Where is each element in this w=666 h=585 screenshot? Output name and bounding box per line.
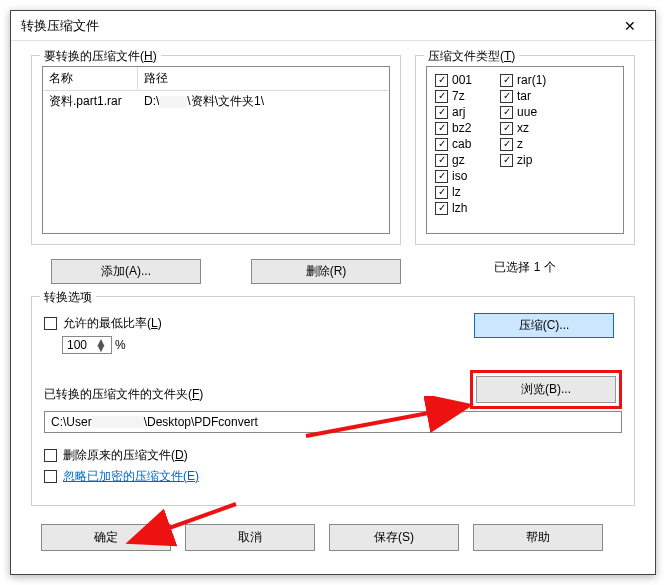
cancel-button[interactable]: 取消 — [185, 524, 315, 551]
titlebar: 转换压缩文件 ✕ — [11, 11, 655, 41]
close-icon[interactable]: ✕ — [615, 18, 645, 34]
checkbox-icon[interactable]: ✓ — [435, 202, 448, 215]
type-label: z — [517, 137, 523, 151]
options-label: 转换选项 — [40, 289, 96, 306]
type-checkbox-lz[interactable]: ✓lz — [435, 185, 472, 199]
delete-original-label: 删除原来的压缩文件(D) — [63, 447, 188, 464]
type-checkbox-uue[interactable]: ✓uue — [500, 105, 546, 119]
type-checkbox-7z[interactable]: ✓7z — [435, 89, 472, 103]
type-label: rar(1) — [517, 73, 546, 87]
save-button[interactable]: 保存(S) — [329, 524, 459, 551]
checkbox-icon[interactable]: ✓ — [435, 106, 448, 119]
type-label: bz2 — [452, 121, 471, 135]
types-fieldset: 压缩文件类型(T) ✓001✓7z✓arj✓bz2✓cab✓gz✓iso✓lz✓… — [415, 55, 635, 245]
browse-highlight: 浏览(B)... — [470, 370, 622, 409]
type-checkbox-z[interactable]: ✓z — [500, 137, 546, 151]
type-label: lz — [452, 185, 461, 199]
compress-button[interactable]: 压缩(C)... — [474, 313, 614, 338]
file-list[interactable]: 名称 路径 资料.part1.rar D:\\资料\文件夹1\ — [42, 66, 390, 234]
type-label: uue — [517, 105, 537, 119]
add-button[interactable]: 添加(A)... — [51, 259, 201, 284]
help-button[interactable]: 帮助 — [473, 524, 603, 551]
checkbox-icon[interactable]: ✓ — [435, 74, 448, 87]
checkbox-icon[interactable]: ✓ — [435, 90, 448, 103]
delete-original-checkbox[interactable] — [44, 449, 57, 462]
type-label: arj — [452, 105, 465, 119]
ignore-encrypted-checkbox[interactable] — [44, 470, 57, 483]
type-checkbox-xz[interactable]: ✓xz — [500, 121, 546, 135]
min-rate-label: 允许的最低比率(L) — [63, 315, 162, 332]
type-checkbox-arj[interactable]: ✓arj — [435, 105, 472, 119]
browse-button[interactable]: 浏览(B)... — [476, 376, 616, 403]
type-checkbox-rar1[interactable]: ✓rar(1) — [500, 73, 546, 87]
type-checkbox-lzh[interactable]: ✓lzh — [435, 201, 472, 215]
ok-button[interactable]: 确定 — [41, 524, 171, 551]
type-label: zip — [517, 153, 532, 167]
checkbox-icon[interactable]: ✓ — [435, 138, 448, 151]
type-checkbox-gz[interactable]: ✓gz — [435, 153, 472, 167]
checkbox-icon[interactable]: ✓ — [435, 122, 448, 135]
checkbox-icon[interactable]: ✓ — [500, 138, 513, 151]
file-row[interactable]: 资料.part1.rar D:\\资料\文件夹1\ — [43, 91, 389, 112]
type-checkbox-iso[interactable]: ✓iso — [435, 169, 472, 183]
type-label: 7z — [452, 89, 465, 103]
ignore-encrypted-label[interactable]: 忽略已加密的压缩文件(E) — [63, 468, 199, 485]
type-checkbox-zip[interactable]: ✓zip — [500, 153, 546, 167]
type-label: gz — [452, 153, 465, 167]
checkbox-icon[interactable]: ✓ — [500, 74, 513, 87]
folder-label: 已转换的压缩文件的文件夹(F) — [44, 386, 460, 403]
type-label: xz — [517, 121, 529, 135]
dialog-window: 转换压缩文件 ✕ 要转换的压缩文件(H) 名称 路径 资料.part — [10, 10, 656, 575]
type-checkbox-001[interactable]: ✓001 — [435, 73, 472, 87]
type-label: iso — [452, 169, 467, 183]
type-label: tar — [517, 89, 531, 103]
options-fieldset: 转换选项 允许的最低比率(L) 100 ▲▼ % — [31, 296, 635, 506]
type-label: 001 — [452, 73, 472, 87]
checkbox-icon[interactable]: ✓ — [500, 154, 513, 167]
delete-button[interactable]: 删除(R) — [251, 259, 401, 284]
checkbox-icon[interactable]: ✓ — [435, 170, 448, 183]
window-title: 转换压缩文件 — [21, 17, 615, 35]
checkbox-icon[interactable]: ✓ — [500, 90, 513, 103]
folder-path-input[interactable]: C:\User\Desktop\PDFconvert — [44, 411, 622, 433]
col-header-path[interactable]: 路径 — [138, 67, 389, 90]
type-checkbox-tar[interactable]: ✓tar — [500, 89, 546, 103]
min-rate-checkbox[interactable] — [44, 317, 57, 330]
types-fieldset-label: 压缩文件类型(T) — [424, 48, 519, 65]
types-list: ✓001✓7z✓arj✓bz2✓cab✓gz✓iso✓lz✓lzh ✓rar(1… — [426, 66, 624, 234]
type-checkbox-bz2[interactable]: ✓bz2 — [435, 121, 472, 135]
checkbox-icon[interactable]: ✓ — [500, 106, 513, 119]
file-path-cell: D:\\资料\文件夹1\ — [138, 93, 389, 110]
checkbox-icon[interactable]: ✓ — [435, 186, 448, 199]
type-label: lzh — [452, 201, 467, 215]
selected-count: 已选择 1 个 — [415, 259, 635, 276]
files-fieldset-label: 要转换的压缩文件(H) — [40, 48, 161, 65]
file-name-cell: 资料.part1.rar — [43, 93, 138, 110]
checkbox-icon[interactable]: ✓ — [500, 122, 513, 135]
type-checkbox-cab[interactable]: ✓cab — [435, 137, 472, 151]
files-fieldset: 要转换的压缩文件(H) 名称 路径 资料.part1.rar D:\\资料\文件… — [31, 55, 401, 245]
rate-spinner[interactable]: 100 ▲▼ — [62, 336, 112, 354]
checkbox-icon[interactable]: ✓ — [435, 154, 448, 167]
col-header-name[interactable]: 名称 — [43, 67, 138, 90]
type-label: cab — [452, 137, 471, 151]
